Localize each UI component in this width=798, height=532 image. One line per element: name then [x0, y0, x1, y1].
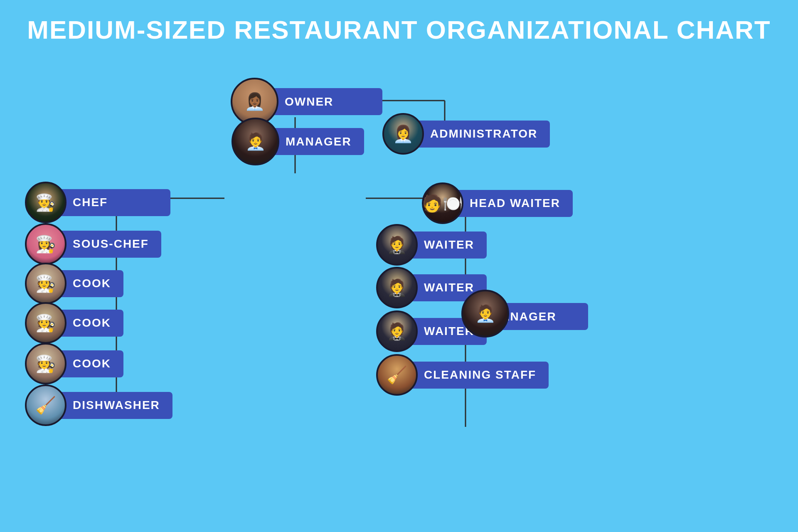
head-waiter-node: 🧑‍🍽️ HEAD WAITER	[422, 182, 573, 224]
dishwasher-label: DISHWASHER	[54, 392, 172, 419]
head-waiter-label: HEAD WAITER	[451, 190, 573, 217]
waiter3-avatar: 🤵	[376, 310, 418, 352]
org-chart: 👩🏾‍💼 OWNER 👩‍💼 ADMINISTRATOR 🧑‍💼 MANAGER…	[0, 53, 798, 532]
head-waiter-avatar: 🧑‍🍽️	[422, 182, 463, 224]
sous-chef-avatar: 👩‍🍳	[25, 223, 66, 265]
manager-avatar: 🧑‍💼	[461, 290, 509, 337]
manager-wrapper: 🧑‍💼 MANAGER	[232, 118, 364, 165]
waiter1-avatar: 🤵	[376, 224, 418, 266]
chef-avatar: 👨‍🍳	[25, 182, 66, 223]
cook2-avatar: 🧑‍🍳	[25, 302, 66, 344]
cleaning-staff-avatar: 🧹	[376, 354, 418, 396]
chef-node: 👨‍🍳 CHEF	[25, 182, 170, 223]
cook1-node: 🧑‍🍳 COOK	[25, 263, 123, 304]
owner-label: OWNER	[266, 88, 382, 115]
manager-avatar-2: 🧑‍💼	[232, 118, 279, 165]
sous-chef-node: 👩‍🍳 SOUS-CHEF	[25, 223, 161, 265]
cook3-node: 🧑‍🍳 COOK	[25, 343, 123, 384]
cleaning-staff-node: 🧹 CLEANING STAFF	[376, 354, 549, 396]
cook1-avatar: 🧑‍🍳	[25, 263, 66, 304]
dishwasher-node: 🧹 DISHWASHER	[25, 384, 172, 426]
chef-label: CHEF	[54, 189, 170, 216]
cleaning-staff-label: CLEANING STAFF	[405, 362, 549, 389]
sous-chef-label: SOUS-CHEF	[54, 231, 161, 258]
administrator-node: 👩‍💼 ADMINISTRATOR	[382, 113, 550, 155]
administrator-avatar: 👩‍💼	[382, 113, 424, 155]
cook2-node: 🧑‍🍳 COOK	[25, 302, 123, 344]
waiter2-avatar: 🤵	[376, 267, 418, 308]
page-title: MEDIUM-SIZED RESTAURANT ORGANIZATIONAL C…	[0, 0, 798, 53]
cook3-avatar: 🧑‍🍳	[25, 343, 66, 384]
dishwasher-avatar: 🧹	[25, 384, 66, 426]
manager-label-2: MANAGER	[267, 128, 364, 155]
waiter1-node: 🤵 WAITER	[376, 224, 487, 266]
administrator-label: ADMINISTRATOR	[411, 121, 550, 148]
